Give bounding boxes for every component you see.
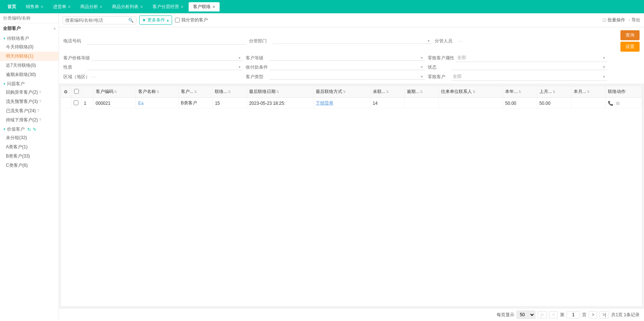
filter-row-1: 电话号码 分管部门 ▼ 分管人员 ··· 查询 设置: [63, 30, 640, 52]
filter-nature-select[interactable]: ▼: [87, 65, 243, 70]
search-input[interactable]: [65, 18, 127, 23]
filter-manager-dots[interactable]: ···: [458, 38, 463, 44]
sidebar-item-ungrouped[interactable]: 未分组(32): [0, 133, 59, 142]
filter-dept-select[interactable]: ▼: [273, 38, 432, 44]
filter-phone-label: 电话号码: [63, 38, 85, 44]
filter-action: 查询 设置: [620, 30, 640, 52]
col-this-year: 本年...⇅: [503, 86, 537, 98]
sidebar-item-declining[interactable]: 持续下滑客户(2) ?: [0, 115, 59, 125]
nav-customer-contact[interactable]: 客户联络 ✕: [189, 2, 220, 11]
sidebar-item-class-a[interactable]: A类客户(1): [0, 142, 59, 152]
content-area: 🔍 ▼ 更多条件 ▲ 我分管的客户 ☑ 批量操作 ↑ 导出: [59, 13, 644, 321]
nav-product-analysis[interactable]: 商品分析 ✕: [76, 2, 107, 11]
export-button[interactable]: ↑ 导出: [628, 17, 640, 23]
triangle-icon: ▼: [3, 82, 6, 86]
action-grid-icon[interactable]: ⊞: [616, 101, 620, 106]
batch-operation-button[interactable]: ☑ 批量操作: [602, 17, 625, 23]
filter-scattered-attr: 零散客户属性 全部 ▼: [428, 54, 607, 62]
col-settings: ⚙: [61, 86, 71, 98]
filter-price-select[interactable]: ▼: [91, 55, 243, 61]
col-last-month: 上月...⇅: [537, 86, 571, 98]
page-input[interactable]: [567, 311, 580, 318]
close-icon[interactable]: ✕: [68, 5, 71, 9]
filter-scattered-select[interactable]: 全部 ▼: [456, 54, 607, 62]
close-icon[interactable]: ✕: [41, 5, 43, 9]
nav-customer-layered[interactable]: 客户分层经营 ✕: [148, 2, 188, 11]
page-suffix: 页: [582, 312, 587, 318]
settings-icon[interactable]: ⚙: [64, 89, 68, 94]
sidebar-search-box[interactable]: 🔍: [0, 13, 59, 23]
filter-status-select[interactable]: ▼: [451, 65, 607, 70]
chevron-down-icon: ▼: [602, 56, 606, 60]
close-icon[interactable]: ✕: [99, 5, 102, 9]
sidebar-group-pending[interactable]: ▼ 待联络客户: [0, 34, 59, 42]
row-type: B类客户: [178, 98, 213, 109]
filter-status: 状态 ▼: [428, 64, 607, 70]
filter-payment-select[interactable]: ▼: [269, 65, 425, 70]
col-unlinked: 未联...⇅: [370, 86, 405, 98]
chevron-down-icon: ▼: [238, 56, 241, 60]
per-page-select[interactable]: 50 20 100: [517, 311, 535, 319]
filter-price-level: 客户价格等级 ▼: [63, 55, 243, 61]
prev-page-button[interactable]: <: [549, 311, 558, 318]
filter-scattered-customer: 零散客户 全部 ▼: [428, 73, 607, 81]
sidebar-item-class-c[interactable]: C类客户(6): [0, 161, 59, 170]
chevron-up-icon: ▲: [166, 18, 169, 22]
select-all-checkbox[interactable]: [74, 89, 79, 94]
filter-phone-input[interactable]: [87, 38, 246, 45]
close-icon[interactable]: ✕: [181, 5, 183, 9]
row-checkbox: [71, 98, 81, 109]
my-customers-checkbox-label[interactable]: 我分管的客户: [175, 17, 208, 23]
row-select-checkbox[interactable]: [74, 100, 78, 105]
col-action: 联络动作: [605, 86, 642, 98]
search-box[interactable]: 🔍: [63, 16, 136, 24]
sidebar-item-7days-pending[interactable]: 近7天待联络(0): [0, 61, 59, 70]
more-filter-button[interactable]: ▼ 更多条件 ▲: [139, 15, 172, 25]
nav-sales-order[interactable]: 销售单 ✕: [21, 2, 48, 11]
sidebar-item-repurchase-abnormal[interactable]: 回购异常客户(2) ?: [0, 88, 59, 97]
my-customers-checkbox[interactable]: [175, 18, 180, 23]
sidebar-item-overdue-pending[interactable]: 逾期未联络(30): [0, 70, 59, 79]
action-phone-icon[interactable]: 📞: [608, 101, 613, 106]
row-last-date: 2023-05-23 18:25:: [247, 98, 314, 109]
nav-product-analysis-list[interactable]: 商品分析列表 ✕: [108, 2, 147, 11]
sidebar-item-class-b[interactable]: B类客户(33): [0, 152, 59, 161]
filter-clevel-select[interactable]: ▼: [269, 55, 425, 61]
sidebar-item-churn-warning[interactable]: 流失预警客户(3) ?: [0, 97, 59, 106]
row-last-month: 50.00: [537, 98, 571, 109]
sidebar-item-tomorrow-pending[interactable]: 明天待联络(1): [0, 52, 59, 61]
triangle-icon: ▼: [3, 128, 6, 131]
last-page-button[interactable]: >|: [599, 311, 609, 318]
col-last-contact-date: 最后联络日期⇅: [247, 86, 314, 98]
reset-button[interactable]: 设置: [620, 42, 640, 52]
filter-ctype-select[interactable]: ▼: [269, 74, 425, 80]
table-row: 1 000021 Ea B类客户 15 2023-05-23 18:25: 下销…: [61, 98, 642, 109]
filter-department: 分管部门 ▼: [249, 38, 432, 44]
toolbar-right: ☑ 批量操作 ↑ 导出: [602, 17, 640, 23]
sidebar-group-value[interactable]: ▼ 价值客户 ↻ ✎: [0, 125, 59, 133]
sidebar-group-problem[interactable]: ▼ 问题客户: [0, 79, 59, 88]
query-button[interactable]: 查询: [620, 30, 640, 40]
sidebar-all-customers[interactable]: 全部客户 «: [0, 23, 59, 34]
close-icon[interactable]: ✕: [140, 5, 143, 9]
search-icon[interactable]: 🔍: [128, 18, 134, 23]
edit-icon[interactable]: ✎: [33, 127, 36, 132]
sidebar-item-churned[interactable]: 已流失客户(24) ?: [0, 106, 59, 115]
chevron-down-icon: ▼: [238, 65, 241, 69]
data-table-container: ⚙ 客户编码⇅ 客户名称⇅ 客户...⇅ 联络...⇅ 最后联络日期⇅ 最后联络…: [60, 86, 643, 307]
customer-table: ⚙ 客户编码⇅ 客户名称⇅ 客户...⇅ 联络...⇅ 最后联络日期⇅ 最后联络…: [61, 86, 642, 109]
filter-region: 区域（地区） ···: [63, 74, 243, 80]
filter-nature-label: 性质: [63, 64, 85, 70]
sidebar-item-today-pending[interactable]: 今天待联络(0): [0, 42, 59, 52]
row-this-year: 50.00: [503, 98, 537, 109]
filter-scattered-cust-select[interactable]: 全部 ▼: [451, 73, 607, 81]
next-page-button[interactable]: >: [589, 311, 597, 318]
nav-purchase-order[interactable]: 进货单 ✕: [49, 2, 75, 11]
refresh-icon[interactable]: ↻: [27, 127, 31, 132]
filter-region-dots[interactable]: ···: [91, 74, 96, 79]
nav-home[interactable]: 首页: [3, 2, 21, 11]
sidebar-search-input[interactable]: [3, 15, 58, 21]
collapse-icon: «: [53, 27, 56, 31]
first-page-button[interactable]: |<: [538, 311, 547, 318]
close-icon[interactable]: ✕: [212, 5, 215, 9]
